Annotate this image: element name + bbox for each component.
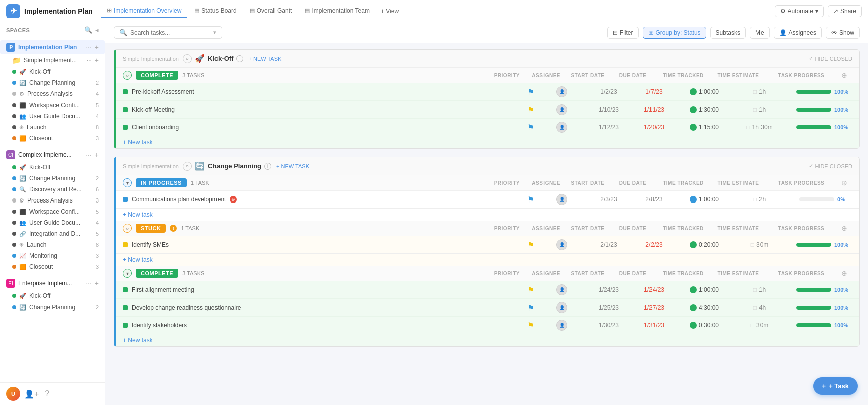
task-start-date: 2/1/23: [591, 241, 626, 248]
assignees-button[interactable]: 👤 Assignees: [774, 27, 822, 39]
sidebar-item-monitoring[interactable]: 📈 Monitoring 3: [0, 250, 105, 261]
change-hide-btn[interactable]: ✓ HIDE CLOSED: [809, 163, 852, 169]
filter-button[interactable]: ⊟ Filter: [607, 27, 639, 39]
flag-icon: ⚑: [527, 106, 534, 114]
task-time-estimate: □ 1h: [737, 106, 782, 113]
kickoff-collapse-btn[interactable]: ○: [183, 54, 192, 63]
kickoff-hide-btn[interactable]: ✓ HIDE CLOSED: [809, 55, 852, 62]
collapse-icon[interactable]: ◂: [95, 26, 99, 34]
col-progress-2: TASK PROGRESS: [771, 180, 831, 186]
sidebar-item-closeout-1[interactable]: 🟧 Closeout 3: [0, 133, 105, 144]
kickoff-new-task-header[interactable]: + NEW TASK: [246, 55, 283, 63]
group-by-button[interactable]: ⊞ Group by: Status: [643, 27, 706, 39]
tab-gantt[interactable]: ▤ Overall Gantt: [244, 4, 298, 18]
sidebar-item-closeout-2[interactable]: 🟧 Closeout 3: [0, 261, 105, 272]
progress-fill: [796, 108, 831, 112]
task-due-date: 1/24/23: [636, 286, 672, 293]
col-settings-1[interactable]: ⊕: [841, 71, 847, 79]
tab-overview[interactable]: ⊞ Implementation Overview: [101, 4, 187, 18]
sidebar-item-launch-1[interactable]: ✳ Launch 8: [0, 122, 105, 133]
col-timeest-3: TIME ESTIMATE: [716, 226, 761, 231]
dot-change-3: [12, 305, 16, 309]
block-icon: ⊖: [230, 196, 237, 203]
enterprise-dots[interactable]: ···: [86, 279, 92, 287]
sidebar-item-launch-2[interactable]: ✳ Launch 8: [0, 239, 105, 250]
col-settings-4[interactable]: ⊕: [841, 269, 847, 277]
sidebar-space-impl-plan[interactable]: IP Implementation Plan ··· +: [0, 40, 105, 54]
sidebar-item-userguide-2[interactable]: 👥 User Guide Docu... 4: [0, 217, 105, 228]
kickoff-info-icon[interactable]: i: [236, 55, 243, 62]
task-name-area: Pre-kickoff Assessment: [123, 88, 516, 95]
dot-change-1: [12, 81, 16, 85]
subtasks-button[interactable]: Subtasks: [710, 27, 746, 39]
group-collapse-stuck[interactable]: ○: [123, 224, 132, 233]
sidebar-item-kickoff-2[interactable]: 🚀 Kick-Off: [0, 162, 105, 173]
change-new-task-header[interactable]: + NEW TASK: [274, 162, 311, 170]
add-member-icon[interactable]: 👤+: [24, 389, 39, 399]
enterprise-add[interactable]: +: [95, 279, 99, 287]
tab-team[interactable]: ▤ Implementation Team: [299, 4, 376, 18]
sidebar-item-kickoff-1[interactable]: 🚀 Kick-Off: [0, 66, 105, 77]
group-collapse-complete-2[interactable]: ▾: [123, 269, 132, 278]
table-row[interactable]: Kick-off Meeting ⚑ 👤 1/10/23 1/11/23: [116, 101, 859, 119]
task-meta: ⚑ 👤 1/25/23 1/27/23 4:30:00: [516, 302, 852, 313]
col-settings-2[interactable]: ⊕: [841, 179, 847, 187]
folder-dots[interactable]: ···: [87, 57, 92, 64]
search-input[interactable]: [130, 29, 210, 36]
tab-status-board[interactable]: ▤ Status Board: [188, 4, 242, 18]
assignee-avatar: 👤: [556, 86, 567, 97]
help-icon[interactable]: ?: [45, 389, 49, 398]
sidebar-item-integration[interactable]: 🔗 Integration and D... 5: [0, 228, 105, 239]
space-dots-impl-plan[interactable]: ···: [86, 43, 92, 51]
sidebar-item-userguide-1[interactable]: 👥 User Guide Docu... 4: [0, 111, 105, 122]
table-row[interactable]: Identify SMEs ⚑ 👤 2/1/23 2/2/23 0: [116, 236, 859, 254]
sidebar-item-process-analysis-2[interactable]: ⚙ Process Analysis 3: [0, 195, 105, 206]
user-avatar[interactable]: U: [6, 387, 20, 401]
new-task-row-in-progress[interactable]: + New task: [116, 209, 859, 221]
search-icon[interactable]: 🔍: [84, 26, 92, 34]
group-collapse-complete-1[interactable]: ○: [123, 71, 132, 80]
nav-tabs: ⊞ Implementation Overview ▤ Status Board…: [101, 4, 771, 18]
table-row[interactable]: Identify stakeholders ⚑ 👤 1/30/23 1/31/2…: [116, 317, 859, 334]
sidebar-item-simple-impl[interactable]: 📁 Simple Implement... ··· +: [0, 54, 105, 66]
add-view-button[interactable]: + View: [377, 6, 403, 17]
progress-bar: [796, 90, 831, 94]
automate-button[interactable]: ⚙ Automate ▾: [775, 5, 824, 17]
new-task-row-complete-2[interactable]: + New task: [116, 334, 859, 346]
share-button[interactable]: ↗ Share: [828, 5, 862, 17]
timer-icon: [690, 124, 697, 131]
dot-process-1: [12, 92, 16, 96]
sidebar-item-workspace-1[interactable]: ⬛ Workspace Confi... 5: [0, 99, 105, 111]
change-info-icon[interactable]: i: [264, 163, 271, 170]
sidebar-item-discovery[interactable]: 🔍 Discovery and Re... 6: [0, 184, 105, 195]
table-row[interactable]: Develop change readiness questionnaire ⚑…: [116, 299, 859, 317]
sidebar-item-change-planning-1[interactable]: 🔄 Change Planning 2: [0, 77, 105, 88]
search-bar[interactable]: 🔍 ▾: [114, 26, 222, 39]
timer-icon: [690, 304, 697, 311]
change-collapse-btn[interactable]: ○: [183, 162, 192, 171]
sidebar-item-change-planning-2[interactable]: 🔄 Change Planning 2: [0, 173, 105, 184]
folder-add[interactable]: +: [95, 56, 99, 64]
sidebar-item-process-analysis-1[interactable]: ⚙ Process Analysis 4: [0, 88, 105, 99]
complex-add[interactable]: +: [95, 151, 99, 159]
show-button[interactable]: 👁 Show: [826, 27, 860, 39]
sidebar-space-complex[interactable]: CI Complex Impleme... ··· +: [0, 148, 105, 162]
search-chevron-icon[interactable]: ▾: [213, 29, 216, 36]
group-collapse-in-progress[interactable]: ▾: [123, 178, 132, 187]
col-settings-3[interactable]: ⊕: [841, 224, 847, 232]
new-task-row-1[interactable]: + New task: [116, 136, 859, 148]
table-row[interactable]: Communications plan development ⊖ ⚑ 👤 2/…: [116, 191, 859, 209]
table-row[interactable]: Client onboarding ⚑ 👤 1/12/23 1/20/23: [116, 119, 859, 136]
sidebar-item-change-planning-3[interactable]: 🔄 Change Planning 2: [0, 301, 105, 313]
table-row[interactable]: First alignment meeting ⚑ 👤 1/24/23 1/24…: [116, 281, 859, 299]
plus-icon: +: [822, 382, 826, 390]
new-task-row-stuck[interactable]: + New task: [116, 254, 859, 266]
sidebar-space-enterprise[interactable]: EI Enterprise Implem... ··· +: [0, 276, 105, 290]
sidebar-item-workspace-2[interactable]: ⬛ Workspace Confi... 5: [0, 206, 105, 217]
sidebar-item-kickoff-3[interactable]: 🚀 Kick-Off: [0, 290, 105, 301]
table-row[interactable]: Pre-kickoff Assessment ⚑ 👤 1/2/23 1/7/23: [116, 83, 859, 101]
me-button[interactable]: Me: [750, 27, 770, 39]
space-add-impl-plan[interactable]: +: [95, 43, 99, 51]
add-task-button[interactable]: + + Task: [813, 377, 858, 395]
complex-dots[interactable]: ···: [86, 151, 92, 159]
